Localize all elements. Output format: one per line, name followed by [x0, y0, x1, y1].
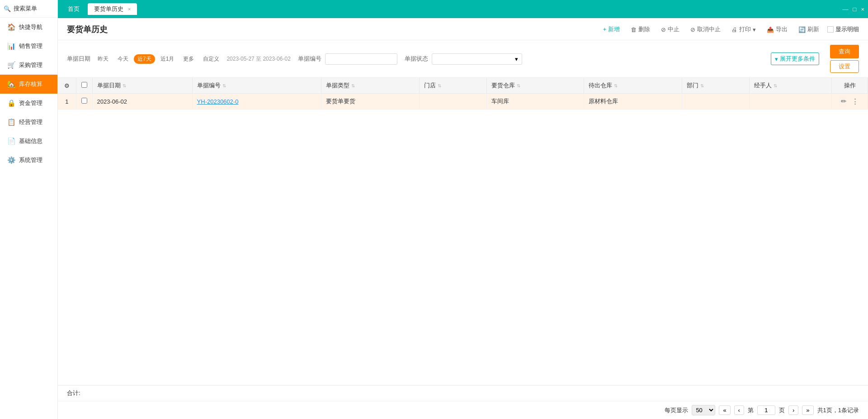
purchase-icon: 🛒: [7, 61, 15, 69]
row-doc-no[interactable]: YH-20230602-0: [192, 94, 321, 110]
display-detail-checkbox[interactable]: [827, 26, 834, 33]
print-label: 打印: [739, 25, 751, 33]
refresh-icon: 🔄: [798, 26, 806, 33]
per-page-label: 每页显示: [665, 406, 688, 414]
col-checkbox-header[interactable]: [76, 78, 92, 94]
sidebar-item-label: 快捷导航: [19, 23, 42, 31]
next-page-btn[interactable]: ›: [788, 405, 798, 415]
col-date-label: 单据日期: [97, 82, 121, 89]
doc-number-input[interactable]: [325, 53, 397, 65]
col-date: 单据日期⇅: [92, 78, 192, 94]
system-icon: ⚙️: [7, 156, 15, 164]
basic-info-icon: 📄: [7, 137, 15, 145]
sidebar-item-purchase[interactable]: 🛒 采购管理: [0, 56, 57, 75]
date-shortcut-7days[interactable]: 近7天: [134, 54, 155, 64]
expand-more-btn[interactable]: ▾ 展开更多条件: [771, 52, 819, 65]
window-close-btn[interactable]: ×: [861, 6, 864, 13]
col-pending-warehouse: 待出仓库⇅: [584, 78, 682, 94]
per-page-select[interactable]: 10 20 50 100: [692, 405, 715, 415]
date-shortcut-yesterday[interactable]: 昨天: [94, 54, 112, 64]
toolbar: + 新增 🗑 删除 ⊘ 中止 ⊘ 取消中止 🖨 打印 ▾: [600, 24, 859, 35]
sidebar-item-system[interactable]: ⚙️ 系统管理: [0, 151, 57, 170]
sidebar-item-operations[interactable]: 📋 经营管理: [0, 113, 57, 132]
col-doc-no-label: 单据编号: [197, 82, 221, 89]
sort-doc-no-icon[interactable]: ⇅: [222, 83, 226, 88]
page-header: 要货单历史 + 新增 🗑 删除 ⊘ 中止 ⊘ 取消中止 🖨 打印: [58, 18, 868, 40]
tab-active-label: 要货单历史: [94, 5, 123, 13]
col-pending-warehouse-label: 待出仓库: [589, 82, 612, 89]
page-title: 要货单历史: [67, 24, 108, 35]
tab-home[interactable]: 首页: [61, 3, 86, 15]
col-department: 部门⇅: [682, 78, 749, 94]
col-doc-type: 单据类型⇅: [321, 78, 419, 94]
doc-status-filter-group: 单据状态 ▾: [405, 53, 522, 65]
date-shortcut-1month[interactable]: 近1月: [157, 54, 178, 64]
delete-button[interactable]: 🗑 删除: [628, 24, 653, 35]
display-detail-button[interactable]: 显示明细: [827, 25, 859, 33]
print-button[interactable]: 🖨 打印 ▾: [729, 24, 759, 35]
table-area: ⚙ 单据日期⇅ 单据编号⇅ 单据类型⇅ 门店⇅ 要货仓库⇅ 待出仓库⇅ 部门⇅ …: [58, 78, 868, 385]
sidebar-item-label: 经营管理: [19, 118, 42, 126]
sort-date-icon[interactable]: ⇅: [123, 83, 126, 88]
col-department-label: 部门: [687, 82, 698, 89]
display-detail-label: 显示明细: [835, 25, 859, 33]
sort-handler-icon[interactable]: ⇅: [774, 83, 777, 88]
tab-home-label: 首页: [68, 5, 80, 13]
window-minimize-btn[interactable]: —: [843, 6, 849, 13]
last-page-btn[interactable]: »: [802, 405, 813, 415]
col-settings[interactable]: ⚙: [58, 78, 76, 94]
finance-icon: 🔒: [7, 99, 15, 107]
cancel-stop-button[interactable]: ⊘ 取消中止: [688, 24, 723, 35]
row-more-btn[interactable]: ⋮: [850, 96, 860, 106]
prev-page-btn[interactable]: ‹: [734, 405, 744, 415]
select-all-checkbox[interactable]: [81, 82, 87, 88]
sort-req-warehouse-icon[interactable]: ⇅: [517, 83, 520, 88]
date-shortcut-custom[interactable]: 自定义: [199, 54, 223, 64]
cancel-stop-icon: ⊘: [690, 26, 695, 33]
query-button[interactable]: 查询: [830, 45, 859, 58]
refresh-button[interactable]: 🔄 刷新: [796, 24, 822, 35]
sidebar-item-quick-nav[interactable]: 🏠 快捷导航: [0, 18, 57, 37]
page-number-input[interactable]: [757, 405, 775, 415]
row-date: 2023-06-02: [92, 94, 192, 110]
row-pending-warehouse: 原材料仓库: [584, 94, 682, 110]
window-maximize-btn[interactable]: □: [853, 6, 857, 13]
total-info: 共1页，1条记录: [817, 406, 859, 414]
stop-button[interactable]: ⊘ 中止: [658, 24, 682, 35]
sidebar-item-label: 资金管理: [19, 99, 42, 107]
col-req-warehouse: 要货仓库⇅: [486, 78, 584, 94]
sidebar-search[interactable]: 🔍 搜索菜单: [0, 0, 57, 18]
tab-close-btn[interactable]: ×: [128, 6, 131, 12]
export-button[interactable]: 📤 导出: [764, 24, 790, 35]
col-store-label: 门店: [424, 82, 436, 89]
tab-active[interactable]: 要货单历史 ×: [88, 3, 137, 15]
sort-pending-warehouse-icon[interactable]: ⇅: [614, 83, 618, 88]
sidebar-item-finance[interactable]: 🔒 资金管理: [0, 94, 57, 113]
sidebar-item-basic-info[interactable]: 📄 基础信息: [0, 132, 57, 151]
date-shortcut-more[interactable]: 更多: [179, 54, 198, 64]
doc-status-select[interactable]: ▾: [432, 53, 522, 65]
summary-label: 合计:: [67, 389, 80, 397]
doc-no-link[interactable]: YH-20230602-0: [197, 98, 239, 105]
sort-store-icon[interactable]: ⇅: [438, 83, 441, 88]
first-page-btn[interactable]: «: [719, 405, 730, 415]
date-shortcut-today[interactable]: 今天: [114, 54, 132, 64]
row-edit-btn[interactable]: ✏: [839, 96, 849, 106]
sidebar-item-inventory[interactable]: 🏡 库存核算: [0, 75, 57, 94]
date-filter-group: 单据日期 昨天 今天 近7天 近1月 更多 自定义 2023-05-27 至 2…: [67, 54, 291, 64]
col-doc-no: 单据编号⇅: [192, 78, 321, 94]
add-button[interactable]: + 新增: [600, 24, 623, 35]
table-row[interactable]: 1 2023-06-02 YH-20230602-0 要货单要货 车间库 原材料…: [58, 94, 868, 110]
sort-department-icon[interactable]: ⇅: [700, 83, 704, 88]
row-checkbox[interactable]: [81, 98, 87, 104]
row-checkbox-cell[interactable]: [76, 94, 92, 110]
col-handler: 经手人⇅: [750, 78, 832, 94]
date-range-text: 2023-05-27 至 2023-06-02: [226, 55, 290, 63]
setting-button[interactable]: 设置: [830, 60, 859, 73]
inventory-icon: 🏡: [7, 80, 15, 88]
sort-doc-type-icon[interactable]: ⇅: [351, 83, 355, 88]
doc-number-label: 单据编号: [298, 55, 321, 63]
sidebar-item-sales[interactable]: 📊 销售管理: [0, 37, 57, 56]
stop-icon: ⊘: [661, 26, 666, 33]
row-action-cell: ✏ ⋮: [832, 94, 868, 110]
